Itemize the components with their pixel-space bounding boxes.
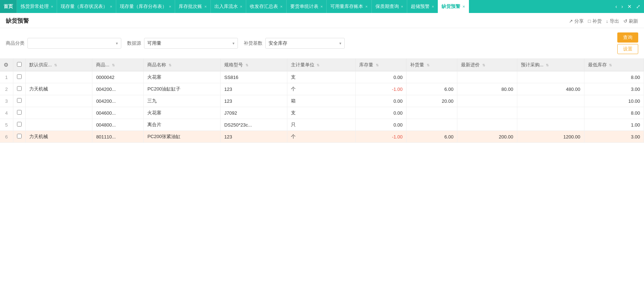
nav-tab-replenish-stat[interactable]: 要货单统计表×	[287, 0, 327, 13]
row-checkbox-cell-4[interactable]	[13, 107, 25, 119]
nav-tab-expiry-query[interactable]: 保质期查询×	[372, 0, 407, 13]
table-row[interactable]: 4 004600... 火花塞 J7092 支 0.00 8.00	[0, 107, 644, 119]
table-row[interactable]: 1 0000042 火花塞 SS816 支 0.00 8.00	[0, 71, 644, 83]
estimated-col-header[interactable]: 预计采购... ⇅	[517, 59, 584, 71]
nav-tab-exception[interactable]: 拣货异常处理×	[17, 0, 57, 13]
product-name-col-header[interactable]: 商品名称 ⇅	[144, 59, 221, 71]
gear-icon[interactable]: ⚙	[4, 62, 8, 68]
row-spec-3: 123	[221, 95, 287, 107]
row-checkbox-6[interactable]	[17, 134, 22, 138]
stock-col-header[interactable]: 库存量 ⇅	[356, 59, 406, 71]
product-code-col-header[interactable]: 商品... ⇅	[92, 59, 144, 71]
close-tab-receipt-summary-icon[interactable]: ×	[280, 4, 282, 9]
datasource-select[interactable]: 可用量 ▾	[144, 38, 238, 49]
refresh-btn[interactable]: ↺ 刷新	[623, 18, 638, 25]
nav-tab-receipt-summary[interactable]: 收发存汇总表×	[246, 0, 286, 13]
replenish-col-header[interactable]: 补货量 ⇅	[406, 59, 457, 71]
row-latest-price-3	[457, 95, 517, 107]
table-row[interactable]: 5 004800... 离合片 DS250*23c... 只 0.00 1.00	[0, 119, 644, 131]
filter-actions: 查询 设置	[617, 32, 638, 54]
data-table: ⚙ 默认供应... ⇅ 商品... ⇅ 商品名称 ⇅	[0, 59, 644, 143]
nav-tab-available-account[interactable]: 可用量库存账本×	[327, 0, 371, 13]
close-tab-inout-flow-icon[interactable]: ×	[240, 4, 242, 9]
nav-maximize-btn[interactable]: ⤢	[634, 0, 643, 13]
min-stock-sort-icon: ⇅	[609, 63, 612, 67]
row-checkbox-4[interactable]	[17, 110, 22, 115]
select-all-checkbox[interactable]	[17, 62, 22, 67]
table-row[interactable]: 3 004200... 三九 123 箱 0.00 20.00 10.00	[0, 95, 644, 107]
nav-tab-home[interactable]: 首页	[0, 0, 17, 13]
close-tab-overstock-icon[interactable]: ×	[432, 4, 434, 9]
row-checkbox-2[interactable]	[17, 86, 22, 91]
unit-col-header[interactable]: 主计量单位 ⇅	[287, 59, 356, 71]
row-checkbox-3[interactable]	[17, 98, 22, 103]
supplier-col-header[interactable]: 默认供应... ⇅	[25, 59, 92, 71]
close-tab-available-account-icon[interactable]: ×	[365, 4, 367, 9]
nav-tab-inventory-dist[interactable]: 现存量（库存分布表）×	[116, 0, 175, 13]
close-tab-exception-icon[interactable]: ×	[51, 4, 53, 9]
product-name-col-label: 商品名称	[147, 62, 166, 67]
nav-tab-overstock[interactable]: 超储预警×	[407, 0, 438, 13]
row-product-name-1: 火花塞	[144, 71, 221, 83]
row-checkbox-cell-5[interactable]	[13, 119, 25, 131]
replenish-select[interactable]: 安全库存 ▾	[265, 38, 345, 49]
row-min-stock-1: 8.00	[584, 71, 644, 83]
row-spec-6: 123	[221, 131, 287, 143]
close-tab-shortage-icon[interactable]: ×	[462, 4, 465, 9]
row-product-code-5: 004800...	[92, 119, 144, 131]
nav-tab-inventory-status[interactable]: 现存量（库存状况表）×	[57, 0, 116, 13]
table-row[interactable]: 6 力天机械 801110... PC200张紧油缸 123 个 -1.00 6…	[0, 131, 644, 143]
row-min-stock-3: 10.00	[584, 95, 644, 107]
row-checkbox-1[interactable]	[17, 74, 22, 79]
row-supplier-1	[25, 71, 92, 83]
category-select[interactable]: ▾	[27, 38, 121, 49]
product-name-sort-icon: ⇅	[169, 63, 171, 67]
spec-sort-icon: ⇅	[245, 63, 248, 67]
row-index-5: 5	[0, 119, 13, 131]
header-actions: ↗ 分享 □ 补货 ↓ 导出 ↺ 刷新	[569, 18, 638, 25]
settings-button[interactable]: 设置	[617, 44, 638, 54]
category-filter-group: 商品分类 ▾	[6, 38, 121, 49]
stock-sort-icon: ⇅	[376, 63, 379, 67]
table-row[interactable]: 2 力天机械 004200... PC200油缸缸子 123 个 -1.00 6…	[0, 83, 644, 95]
share-label: 分享	[574, 18, 584, 25]
nav-tab-inout-flow[interactable]: 出入库流水×	[211, 0, 246, 13]
table-header-row: ⚙ 默认供应... ⇅ 商品... ⇅ 商品名称 ⇅	[0, 59, 644, 71]
row-checkbox-cell-2[interactable]	[13, 83, 25, 95]
supplier-col-label: 默认供应...	[29, 62, 52, 67]
category-chevron-icon: ▾	[116, 41, 118, 46]
row-min-stock-5: 1.00	[584, 119, 644, 131]
nav-close-btn[interactable]: ✕	[625, 0, 634, 13]
row-replenish-6: 6.00	[406, 131, 457, 143]
nav-next-btn[interactable]: ›	[619, 0, 625, 13]
page-title: 缺货预警	[6, 17, 29, 25]
page-header: 缺货预警 ↗ 分享 □ 补货 ↓ 导出 ↺ 刷新	[0, 13, 644, 28]
row-checkbox-5[interactable]	[17, 122, 22, 127]
replenish-btn[interactable]: □ 补货	[588, 18, 602, 25]
share-btn[interactable]: ↗ 分享	[569, 18, 584, 25]
row-estimated-6: 1200.00	[517, 131, 584, 143]
product-code-col-label: 商品...	[96, 62, 109, 67]
spec-col-header[interactable]: 规格型号 ⇅	[221, 59, 287, 71]
row-product-name-3: 三九	[144, 95, 221, 107]
replenish-filter-group: 补货基数 安全库存 ▾	[244, 38, 345, 49]
nav-prev-btn[interactable]: ‹	[613, 0, 619, 13]
min-stock-col-header[interactable]: 最低库存 ⇅	[584, 59, 644, 71]
row-min-stock-2: 3.00	[584, 83, 644, 95]
page-content: 缺货预警 ↗ 分享 □ 补货 ↓ 导出 ↺ 刷新 商品分类	[0, 13, 644, 287]
latest-price-col-header[interactable]: 最新进价 ⇅	[457, 59, 517, 71]
close-tab-batch-account-icon[interactable]: ×	[204, 4, 206, 9]
close-tab-inventory-status-icon[interactable]: ×	[110, 4, 112, 9]
nav-tab-batch-account[interactable]: 库存批次账×	[175, 0, 210, 13]
nav-tab-shortage[interactable]: 缺货预警×	[438, 0, 469, 13]
query-button[interactable]: 查询	[617, 32, 638, 43]
row-checkbox-cell-6[interactable]	[13, 131, 25, 143]
export-btn[interactable]: ↓ 导出	[606, 18, 619, 25]
row-index-4: 4	[0, 107, 13, 119]
row-checkbox-cell-1[interactable]	[13, 71, 25, 83]
close-tab-inventory-dist-icon[interactable]: ×	[169, 4, 171, 9]
close-tab-replenish-stat-icon[interactable]: ×	[321, 4, 323, 9]
close-tab-expiry-query-icon[interactable]: ×	[401, 4, 403, 9]
row-index-2: 2	[0, 83, 13, 95]
row-checkbox-cell-3[interactable]	[13, 95, 25, 107]
